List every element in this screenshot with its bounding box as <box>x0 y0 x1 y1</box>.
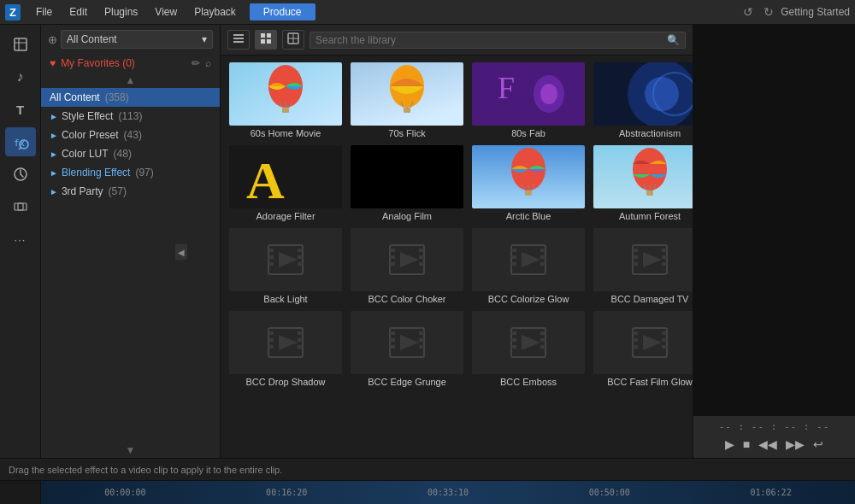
svg-rect-67 <box>419 262 424 266</box>
effect-label: BCC Fast Film Glow <box>607 377 693 387</box>
favorites-row[interactable]: ♥ My Favorites (0) ✏ ⌕ <box>41 54 220 73</box>
effect-adorage[interactable]: A Adorage Filter <box>227 144 344 223</box>
effect-arctic[interactable]: Arctic Blue <box>470 144 587 223</box>
search-small-icon[interactable]: ⌕ <box>205 57 211 69</box>
sidebar-item-sticker[interactable] <box>5 160 36 189</box>
transport-prev[interactable]: ◀◀ <box>757 436 779 453</box>
svg-rect-48 <box>646 190 653 196</box>
thumb-80s: F <box>472 62 585 126</box>
timeline-track[interactable]: 00:00:00 00:16:20 00:33:10 00:50:00 01:0… <box>41 481 855 504</box>
svg-rect-7 <box>233 34 244 36</box>
app-logo: Z <box>5 4 21 21</box>
effect-70s[interactable]: 70s Flick <box>349 61 465 140</box>
effect-bcc-tv[interactable]: BCC Damaged TV <box>592 226 693 306</box>
thumb-60s <box>229 62 342 126</box>
svg-rect-75 <box>540 262 545 266</box>
effect-60s[interactable]: 60s Home Movie <box>227 61 344 140</box>
effects-grid: 60s Home Movie <box>221 56 693 458</box>
effect-bcc-film[interactable]: BCC Fast Film Glow <box>592 309 693 389</box>
arrow-icon: ► <box>50 131 58 140</box>
effect-bcc-glow[interactable]: BCC Colorize Glow <box>470 226 587 306</box>
transport-controls: -- : -- : -- : -- ▶ ■ ◀◀ ▶▶ ↩ <box>693 416 855 458</box>
thumb-placeholder <box>229 311 342 374</box>
sidebar-item-music[interactable]: ♪ <box>5 62 36 91</box>
grid-row: A Adorage Filter Analog Film <box>227 144 686 223</box>
menu-file[interactable]: File <box>29 3 59 21</box>
fav-icons: ✏ ⌕ <box>192 57 211 69</box>
tree-item-blending[interactable]: ► Blending Effect (97) <box>41 163 220 182</box>
sidebar-item-title[interactable]: T <box>5 95 36 124</box>
svg-point-32 <box>540 84 557 104</box>
svg-rect-74 <box>540 255 545 259</box>
menu-playback[interactable]: Playback <box>187 3 243 21</box>
pencil-icon[interactable]: ✏ <box>192 57 200 69</box>
effect-label: 80s Fab <box>511 128 545 138</box>
svg-rect-13 <box>267 39 271 44</box>
redo-button[interactable]: ↻ <box>760 3 777 21</box>
sidebar-item-overlay[interactable] <box>5 192 36 221</box>
transport-play[interactable]: ▶ <box>723 436 736 453</box>
timeline-marker: 01:06:22 <box>751 488 792 497</box>
tree-item-style[interactable]: ► Style Effect (113) <box>41 107 220 126</box>
view-grid-button[interactable] <box>255 30 277 50</box>
sidebar-item-fx[interactable]: fx <box>5 127 36 156</box>
svg-rect-80 <box>633 262 638 266</box>
svg-text:F: F <box>498 71 515 105</box>
effect-label: BCC Color Choker <box>368 294 445 304</box>
sidebar-item-media[interactable] <box>5 30 36 59</box>
tree-item-all[interactable]: All Content (358) <box>41 88 220 107</box>
grid-row: Back Light <box>227 226 686 306</box>
tree-label: Color LUT <box>62 148 109 160</box>
menu-view[interactable]: View <box>148 3 184 21</box>
getting-started-link[interactable]: Getting Started <box>781 6 850 18</box>
thumb-adorage: A <box>229 145 342 208</box>
svg-rect-97 <box>419 331 424 335</box>
view-large-button[interactable] <box>282 30 304 50</box>
svg-rect-102 <box>511 331 516 335</box>
effect-bcc-choker[interactable]: BCC Color Choker <box>349 226 465 306</box>
svg-rect-89 <box>298 331 303 335</box>
effect-backlight[interactable]: Back Light <box>227 226 344 306</box>
svg-rect-12 <box>261 39 265 44</box>
panel-collapse-arrow[interactable]: ◀ <box>175 244 187 261</box>
content-toolbar: 🔍 <box>221 25 693 56</box>
svg-rect-112 <box>633 345 638 349</box>
svg-rect-88 <box>268 345 274 349</box>
sidebar-item-more[interactable]: ··· <box>5 225 36 254</box>
effect-abstractionism[interactable]: Abstractionism <box>592 61 693 140</box>
transport-loop[interactable]: ↩ <box>811 436 825 453</box>
favorites-label: My Favorites (0) <box>61 57 135 69</box>
menu-edit[interactable]: Edit <box>62 3 94 21</box>
tree-item-color-lut[interactable]: ► Color LUT (48) <box>41 144 220 163</box>
effect-bcc-shadow[interactable]: BCC Drop Shadow <box>227 309 344 389</box>
scroll-up-arrow[interactable]: ▲ <box>41 73 220 88</box>
undo-button[interactable]: ↺ <box>740 3 757 21</box>
view-list-button[interactable] <box>227 30 250 50</box>
effect-bcc-grunge[interactable]: BCC Edge Grunge <box>349 309 465 389</box>
effect-label: BCC Edge Grunge <box>368 377 446 387</box>
tree-item-color-preset[interactable]: ► Color Preset (43) <box>41 126 220 144</box>
search-input[interactable] <box>315 34 667 46</box>
svg-rect-39 <box>351 145 463 208</box>
produce-button[interactable]: Produce <box>250 3 315 21</box>
svg-rect-71 <box>511 255 516 259</box>
scroll-down-arrow[interactable]: ▼ <box>41 442 220 458</box>
svg-rect-113 <box>662 331 667 335</box>
effect-label: Abstractionism <box>619 128 681 138</box>
effect-label: Autumn Forest <box>619 211 681 221</box>
effect-analog[interactable]: Analog Film <box>349 144 465 223</box>
content-dropdown[interactable]: All Content ▾ <box>61 30 213 49</box>
svg-rect-57 <box>298 249 303 252</box>
transport-stop[interactable]: ■ <box>741 436 752 453</box>
transport-next[interactable]: ▶▶ <box>784 436 806 453</box>
upload-icon[interactable]: ⊕ <box>48 33 57 46</box>
search-box[interactable]: 🔍 <box>310 32 686 49</box>
effect-autumn[interactable]: Autumn Forest <box>592 144 693 223</box>
right-sidebar: -- : -- : -- : -- ▶ ■ ◀◀ ▶▶ ↩ <box>693 25 855 458</box>
effect-80s[interactable]: F 80s Fab <box>470 61 587 140</box>
menu-plugins[interactable]: Plugins <box>97 3 144 21</box>
effect-bcc-emboss[interactable]: BCC Emboss <box>470 309 587 389</box>
svg-rect-114 <box>662 338 667 342</box>
tree-item-3rdparty[interactable]: ► 3rd Party (57) <box>41 182 220 201</box>
tree-label: Blending Effect <box>62 167 131 179</box>
